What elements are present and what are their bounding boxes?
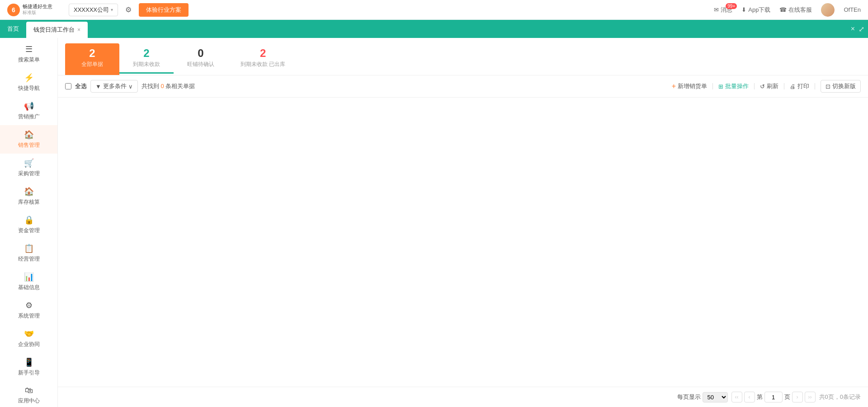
sidebar-label-sales: 销售管理: [18, 141, 40, 149]
sidebar-item-guide[interactable]: 📱 新手引导: [0, 353, 57, 381]
stat-tab-overdue-unpaid[interactable]: 2 到期未收款: [119, 43, 174, 75]
batch-icon: ⊞: [718, 83, 723, 90]
plus-icon: +: [672, 82, 676, 90]
switch-icon: ⊡: [826, 83, 830, 90]
separator-3: [784, 83, 784, 89]
finance-icon: 🔒: [24, 215, 34, 225]
batch-label: 批量操作: [725, 82, 749, 90]
app-download-label: App下载: [748, 6, 770, 14]
content-area: 2 全部单据 2 到期未收款 0 旺铺待确认 2 到期未收款 已出库 全选: [58, 38, 868, 407]
sidebar-item-search-menu[interactable]: ☰ 搜索菜单: [0, 40, 57, 68]
sidebar-item-inventory[interactable]: 🏠 库存核算: [0, 182, 57, 211]
sidebar-item-purchase[interactable]: 🛒 采购管理: [0, 154, 57, 182]
switch-label: 切换新版: [832, 82, 856, 90]
settings-button[interactable]: ⚙: [122, 3, 135, 17]
new-sales-order-button[interactable]: + 新增销货单: [672, 82, 707, 90]
tabs-actions: × ⤢: [851, 25, 868, 33]
sidebar-label-purchase: 采购管理: [18, 170, 40, 178]
refresh-button[interactable]: ↺ 刷新: [760, 82, 778, 90]
user-name-text: OfTEn: [844, 6, 861, 13]
app-center-icon: 🛍: [25, 386, 33, 395]
stat-label-overdue-shipped: 到期未收款 已出库: [241, 61, 285, 68]
tabs-bar: 首页 钱货日清工作台 × × ⤢: [0, 20, 868, 38]
app-version: 标准版: [23, 9, 52, 16]
stat-tab-all[interactable]: 2 全部单据: [65, 43, 119, 75]
base-info-icon: 📊: [24, 272, 34, 282]
stat-label-overdue-unpaid: 到期未收款: [133, 61, 160, 68]
tab-active[interactable]: 钱货日清工作台 ×: [26, 22, 88, 38]
sidebar-item-app-center[interactable]: 🛍 应用中心: [0, 381, 57, 407]
select-all-checkbox[interactable]: [65, 83, 71, 89]
toolbar-left: 全选 ▼ 更多条件 ∨ 共找到 0 条相关单据: [65, 80, 666, 93]
sidebar-label-search-menu: 搜索菜单: [18, 56, 40, 64]
last-page-button[interactable]: ››: [805, 392, 816, 402]
stat-number-pending: 0: [198, 47, 203, 60]
trial-button[interactable]: 体验行业方案: [139, 3, 189, 17]
top-header: 6 畅捷通好生意 标准版 XXXXXX公司 ▾ ⚙ 体验行业方案 ✉ 消息 99…: [0, 0, 868, 20]
download-icon: ⬇: [741, 6, 746, 13]
page-label: 第: [757, 393, 763, 401]
tab-close-icon[interactable]: ×: [77, 27, 80, 33]
service-icon: ☎: [779, 6, 787, 13]
toolbar-right: + 新增销货单 ⊞ 批量操作 ↺ 刷新 🖨 打印: [672, 80, 861, 93]
stat-number-all: 2: [89, 47, 95, 60]
switch-version-button[interactable]: ⊡ 切换新版: [821, 80, 861, 93]
stat-tab-pending[interactable]: 0 旺铺待确认: [174, 43, 228, 75]
app-download-button[interactable]: ⬇ App下载: [741, 6, 770, 14]
company-name: XXXXXX公司: [74, 6, 109, 14]
per-page-selector[interactable]: 50 100 200: [703, 392, 728, 402]
separator-1: [712, 83, 713, 89]
quick-nav-icon: ⚡: [24, 73, 34, 83]
sidebar-item-marketing[interactable]: 📢 营销推广: [0, 97, 57, 125]
refresh-label: 刷新: [767, 82, 778, 90]
batch-operation-button[interactable]: ⊞ 批量操作: [718, 82, 749, 90]
logo-area: 6 畅捷通好生意 标准版: [7, 4, 65, 16]
stat-label-pending: 旺铺待确认: [187, 61, 214, 68]
tab-close-action[interactable]: ×: [851, 25, 855, 33]
sidebar-item-base-info[interactable]: 📊 基础信息: [0, 267, 57, 296]
header-right: ✉ 消息 99+ ⬇ App下载 ☎ 在线客服 OfTEn: [714, 3, 861, 17]
sidebar-label-operations: 经营管理: [18, 255, 40, 263]
prev-page-button[interactable]: ‹: [744, 392, 755, 402]
page-suffix: 页: [784, 393, 790, 401]
sidebar-label-guide: 新手引导: [18, 369, 40, 377]
first-page-button[interactable]: ‹‹: [731, 392, 742, 402]
stat-number-overdue-shipped: 2: [260, 47, 266, 60]
page-number-input[interactable]: [764, 392, 783, 402]
company-selector[interactable]: XXXXXX公司 ▾: [69, 4, 118, 16]
sidebar-item-quick-nav[interactable]: ⚡ 快捷导航: [0, 68, 57, 97]
sidebar-item-system[interactable]: ⚙ 系统管理: [0, 296, 57, 324]
sidebar-item-sales[interactable]: 🏠 销售管理: [0, 125, 57, 154]
user-name[interactable]: OfTEn: [844, 6, 861, 13]
filter-button[interactable]: ▼ 更多条件 ∨: [90, 80, 138, 93]
avatar[interactable]: [821, 3, 835, 17]
inventory-icon: 🏠: [24, 187, 34, 196]
new-btn-label: 新增销货单: [678, 82, 707, 90]
sidebar-label-quick-nav: 快捷导航: [18, 84, 40, 92]
search-menu-icon: ☰: [25, 44, 33, 54]
sidebar-item-enterprise[interactable]: 🤝 企业协同: [0, 324, 57, 353]
print-button[interactable]: 🖨 打印: [790, 82, 809, 90]
online-service-label: 在线客服: [788, 6, 812, 14]
table-area: [58, 98, 868, 387]
message-icon: ✉: [714, 6, 719, 13]
tab-home[interactable]: 首页: [0, 20, 26, 38]
sidebar-item-operations[interactable]: 📋 经营管理: [0, 239, 57, 267]
avatar-image: [821, 3, 835, 17]
next-page-button[interactable]: ›: [792, 392, 803, 402]
enterprise-icon: 🤝: [24, 329, 34, 339]
pagination-bar: 每页显示 50 100 200 ‹‹ ‹ 第 页 › ›› 共0页，0条记录: [58, 387, 868, 407]
tab-maximize-action[interactable]: ⤢: [859, 25, 864, 33]
separator-2: [754, 83, 755, 89]
chevron-down-icon: ▾: [111, 7, 113, 12]
stat-tab-overdue-shipped[interactable]: 2 到期未收款 已出库: [228, 43, 298, 75]
app-logo-icon: 6: [7, 4, 20, 16]
stat-label-all: 全部单据: [81, 61, 103, 68]
message-button[interactable]: ✉ 消息 99+: [714, 6, 732, 14]
marketing-icon: 📢: [24, 101, 34, 111]
sidebar-item-finance[interactable]: 🔒 资金管理: [0, 211, 57, 239]
sidebar-label-system: 系统管理: [18, 312, 40, 320]
online-service-button[interactable]: ☎ 在线客服: [779, 6, 812, 14]
app-name: 畅捷通好生意: [23, 4, 52, 9]
stat-number-overdue-unpaid: 2: [143, 47, 149, 60]
